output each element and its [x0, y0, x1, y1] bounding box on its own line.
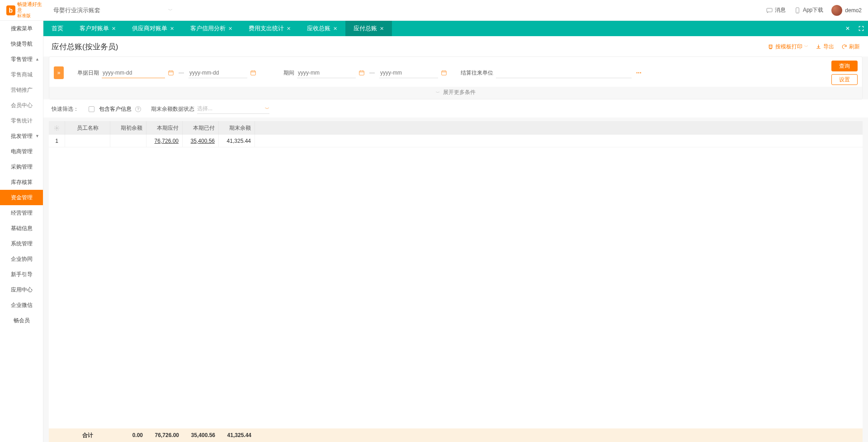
- checkbox-icon: [89, 106, 94, 112]
- footer-opening: 0.00: [110, 428, 146, 442]
- collapse-filter-button[interactable]: »: [54, 66, 64, 79]
- checkbox-label: 包含客户信息: [99, 105, 132, 113]
- sidebar-retail-sub: 零售商城 营销推广 会员中心 零售统计: [0, 67, 43, 128]
- refresh-button[interactable]: 刷新: [841, 43, 860, 51]
- sidebar-item-vip[interactable]: 畅会员: [0, 313, 43, 328]
- print-label: 按模板打印: [775, 43, 802, 51]
- calendar-icon[interactable]: [250, 70, 256, 76]
- sidebar-item-wholesale[interactable]: 批发管理▼: [0, 128, 43, 144]
- sidebar-item-finance[interactable]: 资金管理: [0, 190, 43, 205]
- close-all-tabs-button[interactable]: ✕: [841, 21, 854, 36]
- unit-label: 结算往来单位: [461, 69, 493, 77]
- calendar-icon[interactable]: [168, 70, 174, 76]
- col-opening[interactable]: 期初余额: [110, 121, 146, 135]
- help-icon[interactable]: ?: [135, 106, 141, 112]
- sidebar-item-wechat[interactable]: 企业微信: [0, 297, 43, 313]
- table-settings-button[interactable]: [49, 121, 65, 135]
- chevron-down-icon: ﹀: [168, 7, 173, 14]
- more-icon[interactable]: ⋯: [636, 70, 642, 76]
- calendar-icon[interactable]: [359, 70, 365, 76]
- footer-blank: [49, 428, 65, 442]
- export-button[interactable]: 导出: [816, 43, 834, 51]
- col-employee[interactable]: 员工名称: [65, 121, 110, 135]
- sidebar-item-quicknav[interactable]: 快捷导航: [0, 36, 43, 52]
- account-name: 母婴行业演示账套: [53, 6, 100, 14]
- tab-label: 费用支出统计: [249, 24, 284, 33]
- page-title: 应付总账(按业务员): [52, 42, 118, 52]
- balance-state-select[interactable]: 选择... ﹀: [197, 104, 269, 114]
- date-from-input[interactable]: [102, 68, 165, 78]
- tab-supplier-statement[interactable]: 供应商对账单✕: [124, 21, 182, 36]
- caret-down-icon: ▼: [35, 134, 39, 138]
- sidebar-item-retail[interactable]: 零售管理▲: [0, 52, 43, 67]
- sidebar-item-system[interactable]: 系统管理: [0, 236, 43, 251]
- query-button[interactable]: 查询: [831, 61, 858, 71]
- chat-icon: [766, 7, 773, 14]
- sidebar-item-operation[interactable]: 经营管理: [0, 205, 43, 221]
- include-customer-checkbox[interactable]: 包含客户信息 ?: [89, 105, 141, 113]
- user-menu[interactable]: demo2: [831, 5, 862, 16]
- col-paid[interactable]: 本期已付: [183, 121, 219, 135]
- sidebar-item-mall[interactable]: 零售商城: [0, 67, 43, 82]
- sidebar-item-apps[interactable]: 应用中心: [0, 282, 43, 297]
- sidebar-item-marketing[interactable]: 营销推广: [0, 82, 43, 98]
- tab-label: 应付总账: [354, 24, 377, 33]
- print-button[interactable]: 按模板打印 ﹀: [768, 43, 808, 51]
- tab-label: 应收总账: [307, 24, 330, 33]
- close-icon[interactable]: ✕: [228, 26, 232, 32]
- expand-filters-button[interactable]: ﹀ 展开更多条件: [49, 87, 862, 99]
- messages-link[interactable]: 消息: [766, 6, 786, 14]
- sidebar-item-basic[interactable]: 基础信息: [0, 221, 43, 236]
- sidebar-item-ecommerce[interactable]: 电商管理: [0, 144, 43, 159]
- sidebar-item-member[interactable]: 会员中心: [0, 98, 43, 113]
- account-selector[interactable]: 母婴行业演示账套 ﹀: [53, 6, 173, 14]
- close-icon[interactable]: ✕: [112, 26, 116, 32]
- period-from-input[interactable]: [297, 68, 356, 78]
- unit-input[interactable]: [496, 68, 632, 78]
- sidebar-item-retail-stats[interactable]: 零售统计: [0, 113, 43, 128]
- sidebar-item-label: 零售管理: [11, 56, 33, 63]
- print-icon: [768, 44, 774, 50]
- svg-rect-3: [769, 46, 772, 48]
- calendar-icon[interactable]: [441, 70, 447, 76]
- refresh-icon: [841, 44, 847, 50]
- date-to-input[interactable]: [189, 68, 247, 78]
- col-balance[interactable]: 期末余额: [219, 121, 255, 135]
- messages-label: 消息: [775, 6, 786, 14]
- tab-expense-stats[interactable]: 费用支出统计✕: [241, 21, 299, 36]
- tab-payable-ledger[interactable]: 应付总账✕: [345, 21, 392, 36]
- logo-subtitle: 标准版: [17, 13, 43, 19]
- expand-icon: [858, 25, 864, 32]
- close-icon[interactable]: ✕: [333, 26, 337, 32]
- period-to-input[interactable]: [379, 68, 438, 78]
- filter-buttons: 查询 设置: [831, 61, 858, 85]
- svg-rect-8: [251, 71, 256, 75]
- app-download-label: App下载: [803, 6, 823, 14]
- settings-button[interactable]: 设置: [831, 74, 858, 85]
- close-icon[interactable]: ✕: [170, 26, 174, 32]
- filter-unit: 结算往来单位 ⋯: [461, 68, 642, 78]
- tab-customer-statement[interactable]: 客户对账单✕: [71, 21, 124, 36]
- filter-date: 单据日期 —: [77, 68, 256, 78]
- cell-paid[interactable]: 35,400.56: [183, 135, 219, 147]
- expand-label: 展开更多条件: [443, 89, 476, 95]
- range-dash: —: [369, 70, 375, 76]
- sidebar-item-guide[interactable]: 新手引导: [0, 267, 43, 282]
- svg-rect-0: [767, 8, 772, 12]
- export-label: 导出: [823, 43, 834, 51]
- sidebar-item-collab[interactable]: 企业协同: [0, 251, 43, 267]
- fullscreen-button[interactable]: [854, 21, 868, 36]
- close-icon[interactable]: ✕: [380, 26, 384, 32]
- tab-label: 供应商对账单: [132, 24, 167, 33]
- tab-home[interactable]: 首页: [43, 21, 71, 36]
- cell-payable[interactable]: 76,726.00: [146, 135, 183, 147]
- tab-receivable-ledger[interactable]: 应收总账✕: [299, 21, 345, 36]
- app-download-link[interactable]: App下载: [794, 6, 823, 14]
- sidebar-item-purchase[interactable]: 采购管理: [0, 159, 43, 174]
- close-icon[interactable]: ✕: [287, 26, 291, 32]
- header-actions: 消息 App下载 demo2: [766, 5, 862, 16]
- sidebar-item-inventory[interactable]: 库存核算: [0, 174, 43, 190]
- col-payable[interactable]: 本期应付: [146, 121, 183, 135]
- tab-credit-analysis[interactable]: 客户信用分析✕: [182, 21, 241, 36]
- sidebar-item-search[interactable]: 搜索菜单: [0, 21, 43, 36]
